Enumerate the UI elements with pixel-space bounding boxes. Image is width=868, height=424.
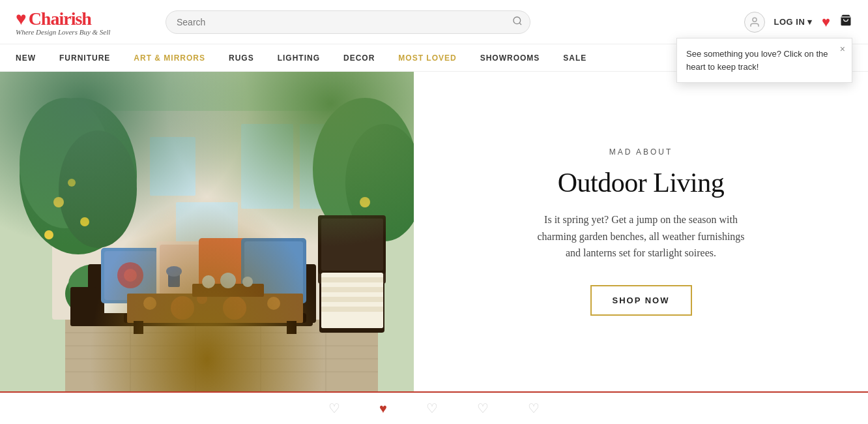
- header-right: LOG IN ▾ ♥: [744, 12, 852, 33]
- thumb-heart-3[interactable]: ♡: [426, 401, 438, 416]
- search-input[interactable]: [166, 10, 530, 34]
- nav-item-art-mirrors[interactable]: ART & MIRRORS: [122, 44, 217, 72]
- nav-item-new[interactable]: NEW: [16, 44, 48, 72]
- svg-point-14: [53, 197, 64, 207]
- user-avatar-icon: [744, 12, 765, 33]
- cart-button[interactable]: [839, 14, 852, 30]
- svg-rect-68: [287, 321, 297, 334]
- brand-name: ♥ Chairish: [16, 8, 146, 29]
- logo[interactable]: ♥ Chairish Where Design Lovers Buy & Sel…: [16, 8, 146, 36]
- svg-rect-38: [98, 267, 303, 313]
- svg-point-16: [44, 230, 53, 239]
- svg-point-63: [223, 296, 246, 320]
- svg-point-70: [202, 275, 215, 288]
- wishlist-heart-button[interactable]: ♥: [822, 14, 830, 31]
- svg-point-66: [267, 297, 280, 310]
- svg-rect-53: [318, 215, 386, 274]
- svg-rect-73: [168, 273, 180, 287]
- thumb-heart-5[interactable]: ♡: [528, 401, 540, 416]
- svg-point-44: [124, 269, 137, 282]
- search-icon: [512, 16, 523, 29]
- login-button[interactable]: LOG IN ▾: [774, 17, 813, 27]
- svg-point-15: [80, 217, 89, 226]
- svg-rect-10: [176, 202, 238, 320]
- svg-rect-61: [127, 294, 303, 323]
- brand-tagline: Where Design Lovers Buy & Sell: [16, 28, 146, 36]
- shop-now-button[interactable]: SHOP NOW: [590, 285, 692, 316]
- svg-rect-50: [319, 280, 384, 333]
- heart-tooltip: × See something you love? Click on the h…: [676, 38, 852, 83]
- svg-point-43: [117, 262, 143, 288]
- logo-heart: ♥: [16, 8, 26, 29]
- promo-panel: MAD ABOUT Outdoor Living Is it spring ye…: [414, 72, 868, 391]
- nav-item-rugs[interactable]: RUGS: [217, 44, 266, 72]
- header: ♥ Chairish Where Design Lovers Buy & Sel…: [0, 0, 868, 44]
- thumbnail-strip: ♡ ♥ ♡ ♡ ♡: [0, 391, 868, 424]
- svg-rect-58: [321, 297, 383, 302]
- svg-point-25: [65, 267, 137, 320]
- svg-point-13: [59, 130, 137, 248]
- svg-rect-36: [91, 274, 313, 326]
- svg-rect-42: [104, 251, 156, 300]
- svg-point-62: [171, 296, 194, 320]
- svg-point-19: [345, 124, 414, 241]
- svg-point-64: [143, 297, 156, 310]
- svg-rect-51: [318, 271, 386, 284]
- svg-point-74: [166, 266, 182, 277]
- tooltip-close-button[interactable]: ×: [840, 42, 845, 56]
- svg-rect-7: [150, 137, 195, 196]
- svg-point-71: [220, 273, 236, 288]
- search-bar[interactable]: [166, 10, 530, 34]
- svg-rect-45: [156, 241, 209, 300]
- svg-rect-48: [241, 238, 306, 303]
- svg-rect-24: [78, 294, 124, 303]
- svg-rect-49: [244, 241, 303, 300]
- tooltip-text: See something you love? Click on the hea…: [686, 49, 828, 72]
- svg-rect-23: [75, 300, 127, 333]
- svg-point-12: [20, 98, 111, 228]
- promo-description: Is it spring yet? Get a jump on the seas…: [530, 211, 752, 262]
- svg-line-1: [519, 23, 521, 25]
- svg-rect-5: [52, 111, 365, 320]
- promo-eyebrow: MAD ABOUT: [609, 147, 673, 157]
- svg-point-0: [514, 17, 521, 24]
- svg-rect-55: [321, 273, 383, 328]
- svg-rect-57: [321, 287, 383, 292]
- thumb-heart-4[interactable]: ♡: [477, 401, 489, 416]
- svg-rect-8: [241, 124, 293, 209]
- nav-item-most-loved[interactable]: MOST LOVED: [386, 44, 468, 72]
- svg-rect-40: [300, 264, 316, 323]
- nav-item-lighting[interactable]: LIGHTING: [266, 44, 332, 72]
- svg-point-18: [313, 98, 414, 241]
- svg-rect-54: [321, 219, 383, 271]
- thumb-heart-1[interactable]: ♡: [328, 401, 340, 416]
- svg-rect-56: [321, 277, 383, 282]
- svg-rect-6: [85, 137, 130, 196]
- svg-point-26: [68, 264, 121, 303]
- nav-item-sale[interactable]: SALE: [551, 44, 598, 72]
- svg-rect-46: [160, 245, 205, 297]
- svg-rect-9: [300, 124, 352, 209]
- nav-item-decor[interactable]: DECOR: [332, 44, 386, 72]
- promo-title: Outdoor Living: [558, 167, 724, 198]
- svg-rect-47: [199, 238, 254, 300]
- hero-image: [0, 72, 414, 391]
- svg-rect-75: [70, 287, 96, 326]
- svg-rect-37: [94, 264, 310, 280]
- svg-point-65: [197, 294, 207, 304]
- svg-rect-69: [192, 284, 264, 297]
- svg-point-17: [68, 179, 76, 187]
- svg-point-72: [242, 277, 253, 287]
- svg-rect-60: [124, 313, 306, 323]
- thumb-heart-2[interactable]: ♥: [379, 401, 387, 416]
- svg-point-22: [72, 316, 130, 336]
- svg-rect-4: [0, 72, 414, 391]
- svg-point-11: [20, 98, 137, 254]
- main-content: MAD ABOUT Outdoor Living Is it spring ye…: [0, 72, 868, 391]
- svg-rect-52: [321, 273, 383, 328]
- svg-point-21: [373, 217, 383, 226]
- svg-point-20: [360, 197, 370, 207]
- svg-rect-67: [134, 321, 143, 334]
- nav-item-showrooms[interactable]: SHOWROOMS: [469, 44, 552, 72]
- nav-item-furniture[interactable]: FURNITURE: [48, 44, 122, 72]
